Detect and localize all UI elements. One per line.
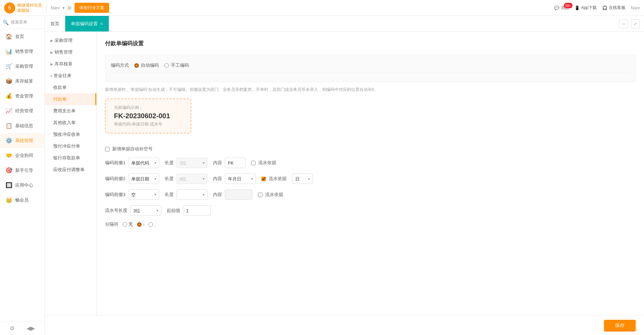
top-bar-right: 💬 消息 99+ 📱 App下载 🎧 在线客服 Nare xyxy=(554,5,640,11)
length1-select[interactable]: 2位 xyxy=(176,158,208,168)
manual-coding-option[interactable]: 手工编码 xyxy=(164,62,189,68)
message-button[interactable]: 💬 消息 99+ xyxy=(554,5,569,11)
nav-item-bank[interactable]: 银行存取款单 xyxy=(45,152,96,164)
serial-length-field: 流水号长度 3位 xyxy=(105,205,161,216)
length2-select[interactable]: 8位 xyxy=(176,174,208,184)
app-download-button[interactable]: 📱 App下载 xyxy=(575,5,597,11)
sidebar-item-system[interactable]: ⚙️ 系统管理 xyxy=(0,133,45,148)
length3-select[interactable] xyxy=(176,189,208,200)
tab-close-icon[interactable]: ✕ xyxy=(100,21,103,26)
tab-minimize-button[interactable]: — xyxy=(619,19,628,28)
logo-icon: 6 xyxy=(4,2,15,13)
nav-group-inventory: ▶ 库存核算 xyxy=(45,58,96,70)
nav-item-receipt[interactable]: 收款单 xyxy=(45,82,96,93)
tab-maximize-button[interactable]: ⤢ xyxy=(631,19,640,28)
prefix3-select[interactable]: 空 xyxy=(128,189,159,200)
manual-coding-radio[interactable] xyxy=(164,63,169,68)
prefix1-label: 编码前缀1 xyxy=(105,160,125,166)
sidebar-item-label: 销售管理 xyxy=(15,48,33,55)
sidebar-item-basics[interactable]: 📋 基础信息 xyxy=(0,118,45,133)
inner-layout: ▶ 采购管理 ▶ 销售管理 ▶ 库存核算 xyxy=(45,32,644,316)
settings-bottom-icon[interactable]: ⚙ xyxy=(10,325,15,332)
separator-dot[interactable]: . xyxy=(148,222,156,227)
nav-item-expense[interactable]: 费用支出单 xyxy=(45,105,96,117)
user-info[interactable]: Nare xyxy=(631,6,640,10)
nav-arrow-sales: ▶ xyxy=(50,50,53,54)
sidebar: 🔍 搜索菜单 🏠 首页 📊 销售管理 🛒 采购管理 📦 库存核算 💰 资金管理 … xyxy=(0,16,45,335)
separator-none-radio[interactable] xyxy=(123,222,127,227)
tab-bar: 首页 单据编码设置 ✕ — ⤢ xyxy=(45,16,644,32)
sidebar-item-finance[interactable]: 💰 资金管理 xyxy=(0,89,45,103)
trial-button[interactable]: 体验行业方案 xyxy=(75,3,109,13)
start-value-input[interactable] xyxy=(183,205,211,216)
nav-group-purchase-title[interactable]: ▶ 采购管理 xyxy=(45,35,96,46)
sidebar-item-home[interactable]: 🏠 首页 xyxy=(0,29,45,44)
auto-fill-checkbox[interactable] xyxy=(105,147,109,151)
nav-item-pre-payment[interactable]: 预付冲应付单 xyxy=(45,140,96,152)
sidebar-item-corp[interactable]: 🤝 企业协同 xyxy=(0,148,45,163)
basics-icon: 📋 xyxy=(6,122,12,129)
auto-coding-option[interactable]: 自动编码 xyxy=(134,62,159,68)
separator-options: 无 - . xyxy=(123,221,156,227)
prefix3-select-wrapper: 空 xyxy=(128,189,159,200)
prefix2-select[interactable]: 单据日期 xyxy=(128,174,159,184)
sidebar-item-label: 企业协同 xyxy=(15,152,33,159)
nav-item-adjust[interactable]: 应收应付调整单 xyxy=(45,164,96,176)
sidebar-item-member[interactable]: 👑 畅会员 xyxy=(0,193,45,207)
separator-dot-radio[interactable] xyxy=(148,222,153,227)
coding-method-options: 自动编码 手工编码 xyxy=(134,62,189,68)
settings-icon[interactable]: ⚙ xyxy=(67,5,72,11)
content3-input[interactable] xyxy=(225,189,252,200)
sidebar-item-label: 应用中心 xyxy=(15,182,33,188)
sidebar-item-sales[interactable]: 📊 销售管理 xyxy=(0,44,45,59)
nav-group-capital-title[interactable]: ▾ 资金往来 xyxy=(45,70,96,82)
day2-select[interactable]: 日 xyxy=(292,174,313,184)
company-dropdown-icon[interactable]: ▾ xyxy=(63,6,65,10)
content3-field: 内容 xyxy=(213,189,252,200)
sidebar-item-apps[interactable]: 🔲 应用中心 xyxy=(0,178,45,193)
auto-coding-radio[interactable] xyxy=(134,63,139,68)
nav-arrow-capital: ▾ xyxy=(50,74,52,78)
serial-length-select[interactable]: 3位 xyxy=(130,205,161,216)
tab-home[interactable]: 首页 xyxy=(45,16,65,31)
sidebar-item-operations[interactable]: 📈 经营管理 xyxy=(0,103,45,118)
separator-dash-radio[interactable] xyxy=(137,222,142,227)
sidebar-item-purchase[interactable]: 🛒 采购管理 xyxy=(0,59,45,74)
second-nav: ▶ 采购管理 ▶ 销售管理 ▶ 库存核算 xyxy=(45,32,97,316)
nav-group-sales-title[interactable]: ▶ 销售管理 xyxy=(45,46,96,58)
length1-field: 长度 2位 xyxy=(165,158,208,168)
serial2-checkbox[interactable] xyxy=(261,177,266,181)
nav-item-pre-receipt[interactable]: 预收冲应收单 xyxy=(45,129,96,140)
separator-none[interactable]: 无 xyxy=(123,221,133,227)
coding-method-row: 编码方式 自动编码 手工编码 xyxy=(111,58,630,73)
nav-item-other-income[interactable]: 其他收入单 xyxy=(45,117,96,129)
sidebar-item-label: 基础信息 xyxy=(15,123,33,129)
search-text: 搜索菜单 xyxy=(11,19,27,25)
content2-select[interactable]: 年月日 xyxy=(225,174,256,184)
collapse-icon[interactable]: ◀▶ xyxy=(27,325,35,332)
nav-group-purchase: ▶ 采购管理 xyxy=(45,35,96,46)
coding-method-label: 编码方式 xyxy=(111,62,129,68)
serial2-label: 流水依据 xyxy=(269,176,287,182)
save-button[interactable]: 保存 xyxy=(604,320,636,332)
sidebar-item-label: 系统管理 xyxy=(15,138,33,144)
prefix-row-1: 编码前缀1 单据代码 长度 2位 xyxy=(105,158,636,168)
sidebar-search[interactable]: 🔍 搜索菜单 xyxy=(0,16,45,29)
serial1-checkbox[interactable] xyxy=(251,161,256,165)
content1-input[interactable] xyxy=(225,158,246,168)
online-service-button[interactable]: 🎧 在线客服 xyxy=(602,5,625,11)
separator-dash[interactable]: - xyxy=(137,222,144,227)
nav-item-payment[interactable]: 付款单 xyxy=(45,93,96,105)
example-desc: 单据代码-单据日期-流水号 xyxy=(114,121,182,127)
operations-icon: 📈 xyxy=(6,108,12,114)
nav-group-inventory-title[interactable]: ▶ 库存核算 xyxy=(45,58,96,70)
sidebar-item-inventory[interactable]: 📦 库存核算 xyxy=(0,74,45,89)
service-icon: 🎧 xyxy=(602,6,607,10)
serial3-checkbox[interactable] xyxy=(258,193,262,197)
length1-select-wrapper: 2位 xyxy=(176,158,208,168)
sidebar-item-guide[interactable]: 🎯 新手引导 xyxy=(0,163,45,178)
tab-home-label: 首页 xyxy=(50,21,59,27)
member-icon: 👑 xyxy=(6,197,12,203)
tab-coding-settings[interactable]: 单据编码设置 ✕ xyxy=(65,16,109,31)
prefix1-select[interactable]: 单据代码 xyxy=(128,158,159,168)
